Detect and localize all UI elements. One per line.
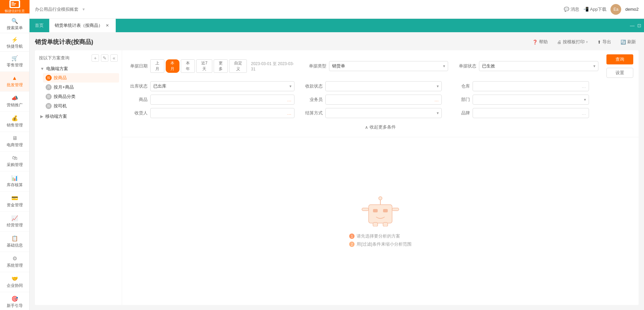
date-btn-last-month[interactable]: 上月 [150, 59, 164, 73]
sidebar-quick-nav[interactable]: ⚡ 快捷导航 [0, 33, 29, 52]
topbar-chevron: ▾ [83, 7, 85, 12]
receipt-status-select[interactable]: ▾ [325, 81, 442, 91]
tab-minimize-button[interactable]: — [630, 23, 635, 28]
left-panel: 按以下方案查询 + ✎ « [35, 50, 122, 305]
add-icon: + [94, 55, 97, 61]
brand-input[interactable]: … [473, 108, 589, 118]
date-btn-7days[interactable]: 近7天 [196, 59, 212, 73]
sidebar-item-system[interactable]: ⚙ 系统管理 [0, 252, 29, 272]
sidebar-item-operation[interactable]: 📈 经营管理 [0, 212, 29, 232]
date-btn-more[interactable]: 更多 [214, 59, 228, 73]
tree-item-by-month-product[interactable]: 月 按月+商品 [43, 83, 119, 92]
tab-actions: — ⊡ [627, 19, 644, 32]
content-area: 按以下方案查询 + ✎ « [35, 50, 639, 305]
tabbar: 首页 销货单统计表（按商品） ✕ — ⊡ [30, 19, 644, 32]
logo-text: 畅捷信好生意 [5, 9, 25, 13]
query-button[interactable]: 查询 [606, 54, 633, 64]
sidebar-item-newbie[interactable]: 🎯 新手引导 [0, 292, 29, 310]
by-driver-icon: 按 [46, 103, 52, 109]
step-1-num: 1 [349, 234, 355, 239]
sidebar-item-basic[interactable]: 📋 基础信息 [0, 232, 29, 252]
export-button[interactable]: ⬆ 导出 [595, 38, 614, 46]
settlement-select[interactable]: ▾ [325, 108, 442, 118]
sidebar: 畅捷信好生意 🔍 搜索菜单 ⚡ 快捷导航 🛒 零售管理 ▲ 批发管理 📣 营销推… [0, 0, 30, 310]
salesperson-label: 业务员 [303, 97, 323, 103]
app-download-button[interactable]: 📲 App下载 [583, 6, 606, 12]
warehouse-status-chevron: ▾ [289, 84, 291, 89]
sidebar-item-enterprise[interactable]: 🤝 企业协同 [0, 272, 29, 292]
date-label: 单据日期 [127, 63, 148, 69]
doc-status-select[interactable]: 已生效 ▾ [479, 61, 598, 71]
by-month-product-label: 按月+商品 [54, 84, 74, 90]
tree-item-by-product[interactable]: 按 按商品 [43, 73, 119, 83]
tab-maximize-button[interactable]: ⊡ [637, 23, 641, 28]
filter-row-3: 商品 … 业务员 [127, 95, 633, 105]
product-label: 商品 [127, 97, 148, 103]
tree-children: 按 按商品 月 按月+商品 按 按商品分类 按 [38, 73, 119, 111]
left-panel-title: 按以下方案查询 [39, 55, 69, 61]
download-icon: 📲 [583, 7, 589, 12]
main-area: 办公用品行业模拟账套 ▾ 💬 消息 📲 App下载 Ea demo2 首页 销货… [30, 0, 644, 310]
product-input[interactable]: … [150, 95, 294, 105]
left-panel-icons: + ✎ « [92, 54, 118, 62]
warehouse-status-select[interactable]: 已出库 ▾ [150, 81, 294, 91]
warehouse-input[interactable]: … [473, 81, 589, 91]
doc-status-chevron: ▾ [593, 64, 595, 68]
sidebar-item-inventory[interactable]: 📊 库存核算 [0, 171, 29, 192]
collapse-left-button[interactable]: « [110, 54, 118, 62]
salesperson-input[interactable]: … [325, 95, 442, 105]
step-1-text: 请先选择要分析的方案 [357, 233, 400, 239]
edit-scheme-button[interactable]: ✎ [101, 54, 108, 62]
add-scheme-button[interactable]: + [92, 54, 99, 62]
tree-item-by-category[interactable]: 按 按商品分类 [43, 92, 119, 101]
settings-button[interactable]: 设置 [606, 68, 633, 78]
help-button[interactable]: ❓ 帮助 [530, 38, 550, 46]
tree-item-by-driver[interactable]: 按 按司机 [43, 101, 119, 111]
receipt-status-chevron: ▾ [437, 84, 439, 89]
warehouse-status-value: 已出库 [153, 83, 166, 89]
sidebar-item-ecommerce[interactable]: 🖥 电商管理 [0, 132, 29, 152]
by-product-label: 按商品 [54, 75, 67, 81]
template-print-button[interactable]: 🖨 按模板打印 ▾ [554, 38, 591, 46]
tree-mobile-arrow-icon: ▶ [40, 114, 43, 119]
tab-close-icon[interactable]: ✕ [105, 23, 110, 28]
tab-home-label: 首页 [35, 22, 44, 29]
brand-dots: … [582, 111, 586, 116]
doc-type-select[interactable]: 销货单 ▾ [329, 61, 448, 71]
date-btn-current-month[interactable]: 本月 [166, 59, 180, 73]
filter-cell-brand: 品牌 … [450, 108, 589, 118]
filter-row-1: 单据日期 上月 本月 本年 近7天 更多 自定义 [127, 54, 633, 78]
tab-sales-report[interactable]: 销货单统计表（按商品） ✕ [49, 19, 116, 32]
refresh-button[interactable]: 🔄 刷新 [618, 38, 639, 46]
doc-status-label: 单据状态 [456, 63, 476, 69]
tree-desktop-root[interactable]: ▼ 电脑端方案 [38, 64, 119, 73]
collapse-button[interactable]: ∧ 收起更多条件 [365, 124, 396, 130]
by-month-product-icon: 月 [46, 84, 52, 90]
date-btn-custom[interactable]: 自定义 [229, 59, 247, 73]
filter-row-4: 收货人 … 结算方式 [127, 108, 633, 118]
date-btn-current-year[interactable]: 本年 [181, 59, 195, 73]
tree-mobile-root[interactable]: ▶ 移动端方案 [38, 112, 119, 121]
sidebar-item-purchase[interactable]: 🛍 采购管理 [0, 152, 29, 171]
collapse-row: ∧ 收起更多条件 [127, 121, 633, 133]
sidebar-search[interactable]: 🔍 搜索菜单 [0, 13, 29, 33]
department-select[interactable]: ▾ [473, 95, 589, 105]
username-label[interactable]: demo2 [625, 7, 639, 12]
department-chevron: ▾ [584, 97, 586, 102]
collapse-icon: « [113, 55, 115, 61]
sidebar-logo[interactable]: 畅捷信好生意 [0, 0, 30, 13]
sidebar-item-wholesale[interactable]: ▲ 批发管理 [0, 72, 29, 92]
page-header-actions: ❓ 帮助 🖨 按模板打印 ▾ ⬆ 导出 🔄 刷新 [530, 38, 639, 46]
sidebar-item-retail[interactable]: 🛒 零售管理 [0, 52, 29, 72]
message-button[interactable]: 💬 消息 [564, 6, 579, 12]
recipient-input[interactable]: … [150, 108, 294, 118]
svg-rect-4 [369, 205, 392, 223]
svg-rect-9 [373, 222, 378, 226]
sidebar-item-marketing[interactable]: 📣 营销推广 [0, 92, 29, 112]
sidebar-item-sales[interactable]: 💰 销售管理 [0, 112, 29, 132]
filter-cell-settlement: 结算方式 ▾ [303, 108, 442, 118]
sidebar-item-finance[interactable]: 💳 资金管理 [0, 192, 29, 212]
tab-home[interactable]: 首页 [30, 19, 49, 32]
user-avatar[interactable]: Ea [610, 4, 621, 15]
svg-rect-2 [11, 3, 16, 4]
